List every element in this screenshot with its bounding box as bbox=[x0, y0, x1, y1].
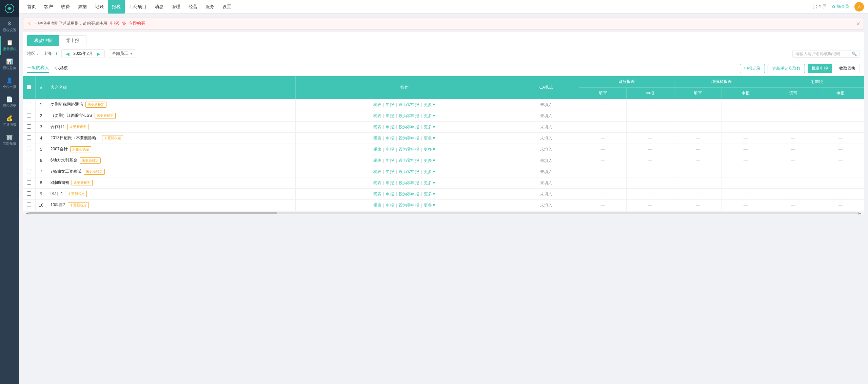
op-zero-declare[interactable]: 设为零申报 bbox=[399, 180, 419, 185]
op-more[interactable]: 更多▼ bbox=[424, 169, 436, 174]
nav-operation[interactable]: 经营 bbox=[184, 0, 201, 14]
op-declare[interactable]: 申报 bbox=[386, 125, 394, 129]
btn-batch-declare[interactable]: 批量申报 bbox=[808, 64, 832, 73]
tab-tax-declaration[interactable]: 税款申报 bbox=[27, 35, 59, 46]
row-col-3: — bbox=[722, 99, 769, 110]
th-additional-tax: 附加税 bbox=[769, 76, 864, 88]
op-more[interactable]: 更多▼ bbox=[424, 113, 436, 118]
horizontal-scrollbar[interactable]: ◀ ▶ bbox=[23, 211, 864, 215]
nav-message[interactable]: 消息 bbox=[151, 0, 167, 14]
scroll-thumb[interactable] bbox=[28, 212, 277, 214]
nav-fee[interactable]: 收费 bbox=[57, 0, 74, 14]
op-zero-declare[interactable]: 设为零申报 bbox=[399, 113, 419, 118]
op-declare[interactable]: 申报 bbox=[386, 169, 394, 174]
nav-invoice[interactable]: 票据 bbox=[74, 0, 91, 14]
op-zero-declare[interactable]: 设为零申报 bbox=[399, 203, 419, 208]
date-next-button[interactable]: ▶ bbox=[95, 51, 102, 57]
fullscreen-button[interactable]: ⛶ 全屏 bbox=[813, 4, 826, 9]
nav-settings[interactable]: 设置 bbox=[218, 0, 235, 14]
nav-tax[interactable]: 报税 bbox=[108, 0, 125, 14]
op-more[interactable]: 更多▼ bbox=[424, 125, 436, 129]
tab-zero-declaration[interactable]: 零申报 bbox=[59, 35, 86, 46]
op-zero-declare[interactable]: 设为零申报 bbox=[399, 102, 419, 107]
row-checkbox[interactable] bbox=[27, 147, 31, 151]
op-zero-declare[interactable]: 设为零申报 bbox=[399, 147, 419, 152]
op-declare[interactable]: 申报 bbox=[386, 136, 394, 141]
op-zero-declare[interactable]: 设为零申报 bbox=[399, 158, 419, 163]
sidebar-item-geshui[interactable]: 👤 个税申报 bbox=[0, 74, 19, 93]
row-checkbox[interactable] bbox=[27, 124, 31, 129]
op-more[interactable]: 更多▼ bbox=[424, 203, 436, 208]
subtab-small[interactable]: 小规模 bbox=[55, 65, 68, 72]
sidebar-item-baoshuishezhi[interactable]: ⚙ 报税设置 bbox=[0, 17, 19, 36]
sidebar-item-piliangshuishui[interactable]: 📋 批量报税 bbox=[0, 36, 19, 55]
search-button[interactable]: 🔍 bbox=[852, 51, 857, 56]
row-checkbox[interactable] bbox=[27, 102, 31, 106]
subtab-general[interactable]: 一般的税人 bbox=[27, 65, 49, 73]
btn-update-fetch[interactable]: 更新税定及取数 bbox=[768, 64, 805, 73]
op-tax-form[interactable]: 税表 bbox=[373, 125, 381, 129]
btn-declaration-record[interactable]: 申报记录 bbox=[740, 64, 765, 73]
op-tax-form[interactable]: 税表 bbox=[373, 169, 381, 174]
op-zero-declare[interactable]: 设为零申报 bbox=[399, 192, 419, 196]
op-zero-declare[interactable]: 设为零申报 bbox=[399, 169, 419, 174]
nav-industrial[interactable]: 工商项目 bbox=[125, 0, 151, 14]
upgrade-button[interactable]: ♻ 畅会员 bbox=[832, 4, 849, 9]
op-declare[interactable]: 申报 bbox=[386, 192, 394, 196]
user-avatar[interactable]: 人 bbox=[854, 2, 864, 12]
row-checkbox[interactable] bbox=[27, 191, 31, 196]
search-input[interactable] bbox=[795, 51, 850, 56]
op-declare[interactable]: 申报 bbox=[386, 158, 394, 163]
row-checkbox[interactable] bbox=[27, 158, 31, 162]
scroll-left-icon[interactable]: ◀ bbox=[26, 211, 28, 215]
row-col-2: — bbox=[674, 177, 722, 189]
btn-collect-receipt[interactable]: 收取回执 bbox=[835, 64, 860, 73]
banner-close-button[interactable]: ✕ bbox=[856, 21, 860, 26]
trial-link2[interactable]: 立即购买 bbox=[129, 21, 145, 26]
sidebar-item-baoshuizonglan[interactable]: 📊 报税总览 bbox=[0, 55, 19, 74]
nav-customer[interactable]: 客户 bbox=[40, 0, 57, 14]
nav-bookkeeping[interactable]: 记账 bbox=[91, 0, 108, 14]
row-checkbox[interactable] bbox=[27, 202, 31, 207]
op-more[interactable]: 更多▼ bbox=[424, 102, 436, 107]
scroll-right-icon[interactable]: ▶ bbox=[859, 211, 861, 215]
row-checkbox[interactable] bbox=[27, 180, 31, 185]
sidebar-item-gongshang[interactable]: 🏢 工商年报 bbox=[0, 131, 19, 150]
info-icon[interactable]: ℹ bbox=[56, 51, 57, 56]
op-zero-declare[interactable]: 设为零申报 bbox=[399, 136, 419, 141]
op-tax-form[interactable]: 税表 bbox=[373, 147, 381, 152]
op-more[interactable]: 更多▼ bbox=[424, 147, 436, 152]
op-tax-form[interactable]: 税表 bbox=[373, 180, 381, 185]
op-more[interactable]: 更多▼ bbox=[424, 158, 436, 163]
select-all-checkbox[interactable] bbox=[27, 85, 31, 89]
row-checkbox[interactable] bbox=[27, 169, 31, 173]
op-tax-form[interactable]: 税表 bbox=[373, 203, 381, 208]
op-declare[interactable]: 申报 bbox=[386, 180, 394, 185]
op-tax-form[interactable]: 税表 bbox=[373, 136, 381, 141]
op-zero-declare[interactable]: 设为零申报 bbox=[399, 125, 419, 129]
op-tax-form[interactable]: 税表 bbox=[373, 113, 381, 118]
scroll-track[interactable] bbox=[28, 212, 859, 214]
op-declare[interactable]: 申报 bbox=[386, 102, 394, 107]
nav-manage[interactable]: 管理 bbox=[167, 0, 184, 14]
op-tax-form[interactable]: 税表 bbox=[373, 192, 381, 196]
op-tax-form[interactable]: 税表 bbox=[373, 158, 381, 163]
op-tax-form[interactable]: 税表 bbox=[373, 102, 381, 107]
nav-home[interactable]: 首页 bbox=[23, 0, 40, 14]
op-declare[interactable]: 申报 bbox=[386, 113, 394, 118]
row-col-5: — bbox=[817, 155, 864, 166]
op-declare[interactable]: 申报 bbox=[386, 147, 394, 152]
trial-link1[interactable]: 申报汇签 bbox=[110, 21, 126, 26]
op-more[interactable]: 更多▼ bbox=[424, 136, 436, 141]
row-checkbox[interactable] bbox=[27, 135, 31, 140]
staff-selector[interactable]: 全部员工 ▼ bbox=[109, 49, 136, 58]
op-declare[interactable]: 申报 bbox=[386, 203, 394, 208]
date-prev-button[interactable]: ◀ bbox=[64, 51, 71, 57]
op-more[interactable]: 更多▼ bbox=[424, 192, 436, 196]
op-more[interactable]: 更多▼ bbox=[424, 180, 436, 185]
sidebar-item-baoshuijilu[interactable]: 📄 报税记录 bbox=[0, 93, 19, 112]
row-ca-status: 未填入 bbox=[514, 133, 579, 144]
nav-service[interactable]: 服务 bbox=[201, 0, 218, 14]
row-checkbox[interactable] bbox=[27, 113, 31, 118]
sidebar-item-huisuanqingjiao[interactable]: 💰 汇算清缴 bbox=[0, 112, 19, 131]
